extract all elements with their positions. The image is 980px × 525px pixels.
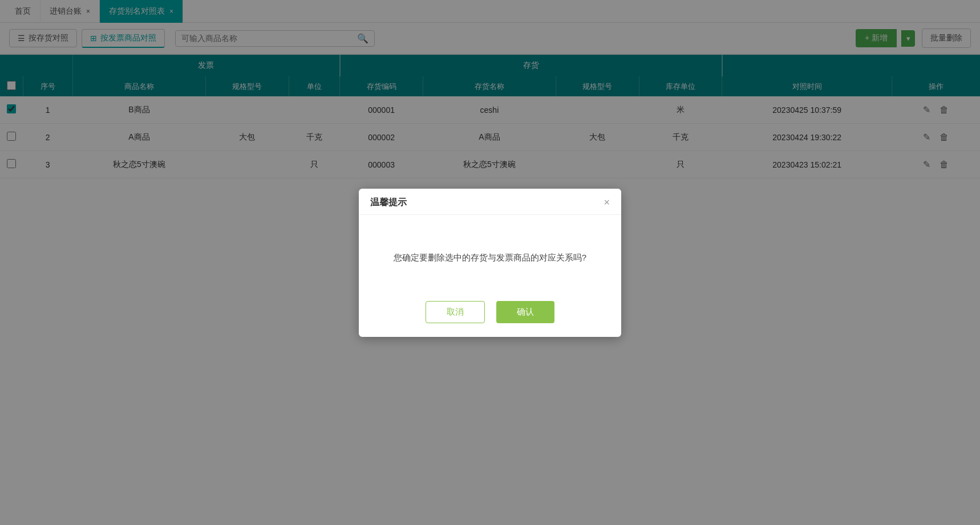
dialog-body: 您确定要删除选中的存货与发票商品的对应关系吗? (359, 215, 621, 295)
dialog-footer: 取消 确认 (359, 295, 621, 337)
confirm-overlay: 温馨提示 × 您确定要删除选中的存货与发票商品的对应关系吗? 取消 确认 (0, 0, 980, 525)
confirm-dialog: 温馨提示 × 您确定要删除选中的存货与发票商品的对应关系吗? 取消 确认 (359, 189, 621, 337)
dialog-header: 温馨提示 × (359, 189, 621, 215)
dialog-message: 您确定要删除选中的存货与发票商品的对应关系吗? (394, 253, 586, 263)
dialog-cancel-button[interactable]: 取消 (426, 301, 485, 323)
dialog-confirm-button[interactable]: 确认 (496, 301, 554, 323)
dialog-title: 温馨提示 (370, 197, 407, 209)
dialog-close-button[interactable]: × (604, 197, 610, 207)
